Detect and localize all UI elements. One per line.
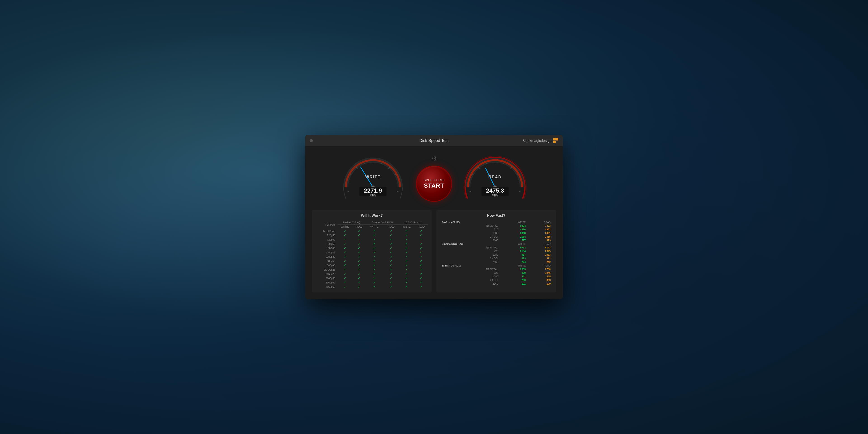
row-label: 2160p25	[315, 272, 338, 276]
speed-row-label: 2K DCI	[440, 235, 500, 239]
check-cell: ✓	[399, 276, 414, 280]
check-cell: ✓	[414, 242, 428, 246]
close-button[interactable]	[310, 139, 313, 142]
row-label: 1080p60	[315, 263, 338, 268]
check-cell: ✓	[352, 246, 366, 250]
check-cell: ✓	[383, 246, 399, 250]
speed-write-value: 431	[500, 275, 528, 278]
table-row: 720p60✓✓✓✓✓✓	[315, 237, 428, 242]
speed-row-label: NTSC/PAL	[440, 246, 500, 249]
check-cell: ✓	[414, 268, 428, 272]
yuv-write-header: WRITE	[399, 224, 414, 229]
check-cell: ✓	[352, 254, 366, 259]
row-label: 2160p60	[315, 285, 338, 289]
yuv-header: 10 Bit YUV 4:2:2	[399, 220, 428, 225]
check-cell: ✓	[399, 285, 414, 289]
speed-write-value: 2164	[500, 235, 528, 239]
will-it-work-table: FORMAT ProRes 422 HQ Cinema DNG RAW 10 B…	[315, 220, 428, 289]
check-cell: ✓	[366, 246, 383, 250]
speed-write-value: 2308	[500, 231, 528, 235]
check-cell: ✓	[399, 250, 414, 254]
check-cell: ✓	[399, 254, 414, 259]
row-label: 1080p30	[315, 254, 338, 259]
table-row: 2160p60✓✓✓✓✓✓	[315, 285, 428, 289]
check-cell: ✓	[338, 272, 352, 276]
speed-row-label: 720	[440, 249, 500, 253]
speed-row-label: 2K DCI	[440, 256, 500, 260]
table-row: NTSC/PAL✓✓✓✓✓✓	[315, 229, 428, 233]
speed-row-label: 1080	[440, 275, 500, 278]
speed-read-value: 2335	[528, 235, 553, 239]
check-cell: ✓	[366, 229, 383, 233]
write-gauge: WRITE 2271.9 MB/s	[337, 153, 409, 203]
speed-read-value: 2491	[528, 231, 553, 235]
speed-write-value: 280	[500, 278, 528, 282]
check-cell: ✓	[352, 237, 366, 242]
check-cell: ✓	[383, 229, 399, 233]
row-label: 720p60	[315, 237, 338, 242]
speed-read-value: 672	[528, 256, 553, 260]
row-label: 1080i50	[315, 242, 338, 246]
check-cell: ✓	[383, 280, 399, 285]
check-cell: ✓	[414, 237, 428, 242]
svg-line-2	[347, 191, 349, 192]
check-cell: ✓	[414, 233, 428, 237]
center-controls: ⚙ SPEED TEST START	[409, 155, 459, 202]
format-header-row: Cinema DNG RAW WRITE READ	[440, 242, 553, 246]
check-cell: ✓	[383, 263, 399, 268]
check-cell: ✓	[352, 280, 366, 285]
check-cell: ✓	[352, 268, 366, 272]
table-row: 2160p25✓✓✓✓✓✓	[315, 272, 428, 276]
speed-write-value: 6924	[500, 224, 528, 228]
speed-row-label: NTSC/PAL	[440, 268, 500, 271]
check-cell: ✓	[383, 242, 399, 246]
speed-write-value: 101	[500, 282, 528, 285]
check-cell: ✓	[414, 246, 428, 250]
check-cell: ✓	[414, 259, 428, 263]
speed-read-value: 1033	[528, 253, 553, 256]
speed-row-label: 1080	[440, 253, 500, 256]
check-cell: ✓	[383, 268, 399, 272]
start-button[interactable]: SPEED TEST START	[416, 166, 452, 202]
read-col-header: READ	[528, 264, 553, 268]
brand-logo: Blackmagicdesign	[522, 138, 558, 143]
speed-write-value: 623	[500, 256, 528, 260]
settings-icon[interactable]: ⚙	[431, 155, 437, 162]
table-row: 1080p50✓✓✓✓✓✓	[315, 259, 428, 263]
check-cell: ✓	[383, 254, 399, 259]
check-cell: ✓	[414, 263, 428, 268]
check-cell: ✓	[338, 242, 352, 246]
check-cell: ✓	[352, 272, 366, 276]
yuv-read-header: READ	[414, 224, 428, 229]
speed-row-label: 2K DCI	[440, 278, 500, 282]
check-cell: ✓	[352, 285, 366, 289]
row-label: 1080p50	[315, 259, 338, 263]
speed-row: NTSC/PAL 6924 7473	[440, 224, 553, 228]
row-label: 1080i60	[315, 246, 338, 250]
check-cell: ✓	[366, 268, 383, 272]
speed-row: 1080 2308 2491	[440, 231, 553, 235]
check-cell: ✓	[414, 272, 428, 276]
speed-row: 720 4616 4982	[440, 228, 553, 231]
how-fast-panel: How Fast? ProRes 422 HQ WRITE READ NTSC/…	[436, 210, 556, 292]
speed-read-value: 1046	[528, 271, 553, 275]
check-cell: ✓	[399, 233, 414, 237]
check-cell: ✓	[366, 276, 383, 280]
check-cell: ✓	[383, 285, 399, 289]
write-col-header: WRITE	[500, 220, 528, 224]
format-header-row: 10 Bit YUV 4:2:2 WRITE READ	[440, 264, 553, 268]
check-cell: ✓	[338, 280, 352, 285]
brand-name: Blackmagicdesign	[522, 138, 552, 143]
speed-row: 720 969 1046	[440, 271, 553, 275]
speed-row: 1080 957 1033	[440, 253, 553, 256]
check-cell: ✓	[352, 259, 366, 263]
check-cell: ✓	[383, 250, 399, 254]
check-cell: ✓	[399, 268, 414, 272]
check-cell: ✓	[414, 285, 428, 289]
speed-row: 2160 101 109	[440, 282, 553, 285]
check-cell: ✓	[366, 237, 383, 242]
speed-row-label: 1080	[440, 231, 500, 235]
check-cell: ✓	[366, 259, 383, 263]
will-it-work-panel: Will It Work? FORMAT ProRes 422 HQ Cinem…	[312, 210, 432, 292]
check-cell: ✓	[352, 242, 366, 246]
